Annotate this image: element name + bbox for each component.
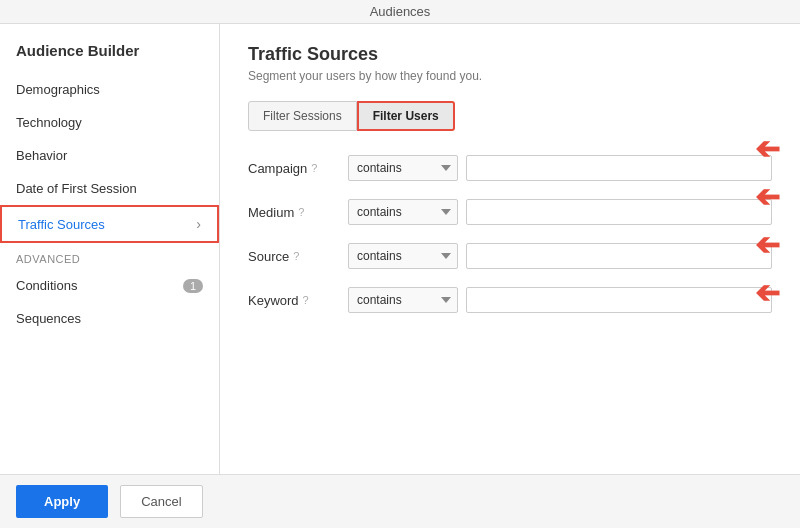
source-label: Source ?	[248, 249, 348, 264]
conditions-badge: 1	[183, 279, 203, 293]
medium-condition-select[interactable]: contains exactly matches begins with end…	[348, 199, 458, 225]
main-container: Audience Builder Demographics Technology…	[0, 24, 800, 474]
keyword-row: Keyword ? contains exactly matches begin…	[248, 287, 772, 313]
traffic-sources-arrow-icon: ›	[196, 216, 201, 232]
sidebar-item-technology[interactable]: Technology	[0, 106, 219, 139]
sidebar-item-demographics[interactable]: Demographics	[0, 73, 219, 106]
red-arrow-4: ➔	[755, 278, 780, 308]
sidebar-item-sequences[interactable]: Sequences	[0, 302, 219, 335]
campaign-condition-select[interactable]: contains exactly matches begins with end…	[348, 155, 458, 181]
filter-button-group: Filter Sessions Filter Users	[248, 101, 772, 131]
medium-row: Medium ? contains exactly matches begins…	[248, 199, 772, 225]
filter-sessions-button[interactable]: Filter Sessions	[248, 101, 357, 131]
sidebar-title: Audience Builder	[0, 32, 219, 73]
source-value-input[interactable]	[466, 243, 772, 269]
page-title: Traffic Sources	[248, 44, 772, 65]
apply-button[interactable]: Apply	[16, 485, 108, 518]
source-row: Source ? contains exactly matches begins…	[248, 243, 772, 269]
red-arrows-container: ➔ ➔ ➔ ➔	[755, 134, 780, 308]
red-arrow-2: ➔	[755, 182, 780, 212]
cancel-button[interactable]: Cancel	[120, 485, 202, 518]
sidebar-item-traffic-sources[interactable]: Traffic Sources ›	[0, 205, 219, 243]
keyword-value-input[interactable]	[466, 287, 772, 313]
medium-label: Medium ?	[248, 205, 348, 220]
sidebar-item-conditions[interactable]: Conditions 1	[0, 269, 219, 302]
keyword-help-icon[interactable]: ?	[303, 294, 309, 306]
advanced-section-label: Advanced	[0, 243, 219, 269]
source-help-icon[interactable]: ?	[293, 250, 299, 262]
red-arrow-3: ➔	[755, 230, 780, 260]
top-bar-title: Audiences	[370, 4, 431, 19]
filter-users-button[interactable]: Filter Users	[357, 101, 455, 131]
sidebar-item-date-of-first-session[interactable]: Date of First Session	[0, 172, 219, 205]
campaign-value-input[interactable]	[466, 155, 772, 181]
bottom-bar: Apply Cancel	[0, 474, 800, 528]
sidebar: Audience Builder Demographics Technology…	[0, 24, 220, 474]
red-arrow-1: ➔	[755, 134, 780, 164]
sidebar-item-behavior[interactable]: Behavior	[0, 139, 219, 172]
keyword-condition-select[interactable]: contains exactly matches begins with end…	[348, 287, 458, 313]
top-bar: Audiences	[0, 0, 800, 24]
campaign-help-icon[interactable]: ?	[311, 162, 317, 174]
campaign-row: Campaign ? contains exactly matches begi…	[248, 155, 772, 181]
source-condition-select[interactable]: contains exactly matches begins with end…	[348, 243, 458, 269]
content-area: Traffic Sources Segment your users by ho…	[220, 24, 800, 474]
page-subtitle: Segment your users by how they found you…	[248, 69, 772, 83]
keyword-label: Keyword ?	[248, 293, 348, 308]
medium-help-icon[interactable]: ?	[298, 206, 304, 218]
medium-value-input[interactable]	[466, 199, 772, 225]
campaign-label: Campaign ?	[248, 161, 348, 176]
